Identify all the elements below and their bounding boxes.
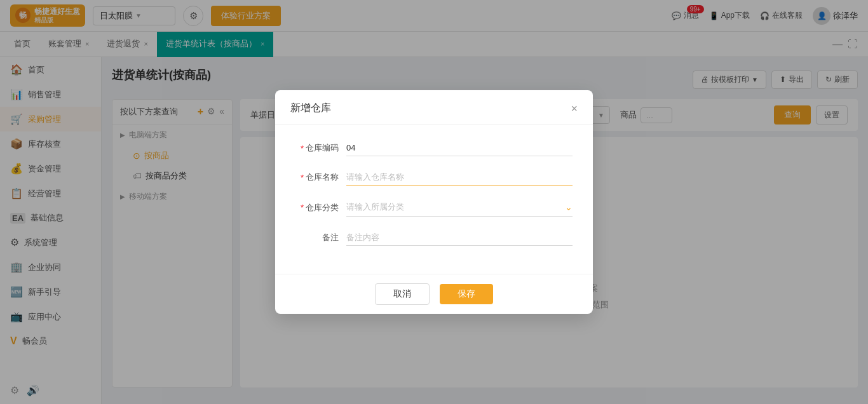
- category-dropdown-arrow: ⌄: [565, 202, 573, 212]
- modal-close-button[interactable]: ×: [571, 103, 578, 114]
- warehouse-category-select[interactable]: 请输入所属分类 ⌄: [346, 198, 573, 217]
- warehouse-category-row: * 仓库分类 请输入所属分类 ⌄: [295, 198, 573, 217]
- category-placeholder: 请输入所属分类: [346, 201, 404, 213]
- warehouse-note-input[interactable]: [346, 229, 573, 246]
- category-required-star: *: [301, 203, 304, 212]
- warehouse-name-label: * 仓库名称: [295, 172, 346, 183]
- warehouse-note-row: 备注: [295, 229, 573, 246]
- modal-overlay: 新增仓库 × * 仓库编码 * 仓库名称: [0, 0, 868, 404]
- warehouse-note-label: 备注: [295, 232, 346, 243]
- warehouse-code-row: * 仓库编码: [295, 140, 573, 156]
- modal-footer: 取消 保存: [275, 274, 593, 314]
- modal-header: 新增仓库 ×: [275, 90, 593, 125]
- warehouse-name-input[interactable]: [346, 169, 573, 185]
- warehouse-code-input[interactable]: [346, 140, 573, 156]
- modal-title: 新增仓库: [290, 102, 331, 115]
- warehouse-name-row: * 仓库名称: [295, 169, 573, 185]
- warehouse-code-label: * 仓库编码: [295, 142, 346, 154]
- cancel-button[interactable]: 取消: [375, 283, 430, 305]
- save-button[interactable]: 保存: [440, 284, 493, 304]
- modal-body: * 仓库编码 * 仓库名称 * 仓库分类 请输入所属: [275, 125, 593, 274]
- name-required-star: *: [301, 173, 304, 182]
- add-warehouse-modal: 新增仓库 × * 仓库编码 * 仓库名称: [275, 90, 593, 314]
- code-required-star: *: [301, 144, 304, 153]
- warehouse-category-label: * 仓库分类: [295, 202, 346, 213]
